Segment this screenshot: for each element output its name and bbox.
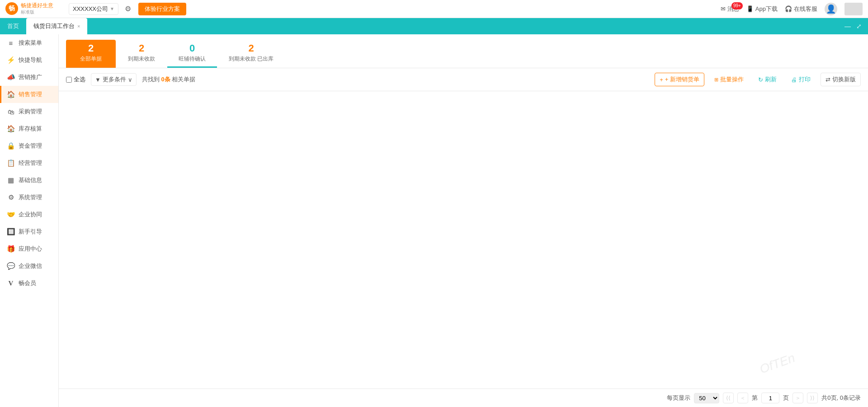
operations-icon: 📋 (7, 159, 15, 167)
header-right: ✉ 消息 99+ 📱 App下载 🎧 在线客服 👤 (721, 3, 863, 15)
next-page-button[interactable]: ＞ (793, 393, 803, 403)
user-name-area (844, 3, 863, 15)
stat-label-all: 全部单据 (80, 55, 102, 63)
print-label: 打印 (799, 75, 811, 84)
select-all-checkbox[interactable]: 全选 (66, 75, 85, 84)
add-sales-order-button[interactable]: + + 新增销货单 (655, 73, 704, 86)
sidebar-item-search-menu[interactable]: ≡ 搜索菜单 (0, 34, 58, 51)
sidebar-item-quick-nav[interactable]: ⚡ 快捷导航 (0, 51, 58, 69)
search-menu-icon: ≡ (7, 39, 15, 47)
filter-chevron-icon: ∨ (128, 76, 132, 83)
sidebar-item-marketing[interactable]: 📣 营销推广 (0, 69, 58, 86)
switch-version-button[interactable]: ⇄ 切换新版 (821, 73, 861, 86)
page-input[interactable] (761, 393, 779, 403)
logo-subtitle: 标准版 (21, 9, 53, 15)
headset-icon: 🎧 (785, 5, 792, 12)
purchase-icon: 🛍 (7, 108, 15, 116)
main-layout: ≡ 搜索菜单 ⚡ 快捷导航 📣 营销推广 🏠 销售管理 🛍 采购管理 🏠 库存核… (0, 34, 868, 407)
sidebar-label-guide: 新手引导 (19, 228, 42, 236)
filter-icon: ▼ (95, 76, 101, 83)
table-area (59, 91, 868, 388)
sidebar-label-quick-nav: 快捷导航 (19, 56, 42, 64)
select-all-input[interactable] (66, 77, 72, 83)
toolbar-right: + + 新增销货单 ⊞ 批量操作 ↻ 刷新 🖨 打印 ⇄ 切换新版 (655, 73, 861, 86)
online-service-label: 在线客服 (794, 5, 817, 13)
tab-workbench[interactable]: 钱货日清工作台 × (26, 18, 87, 34)
select-all-label: 全选 (74, 75, 85, 84)
trial-button[interactable]: 体验行业方案 (138, 3, 186, 15)
app-download-button[interactable]: 📱 App下载 (746, 5, 778, 13)
gear-icon: ⚙ (125, 5, 131, 13)
sidebar-item-purchase[interactable]: 🛍 采购管理 (0, 103, 58, 120)
per-page-select[interactable]: 50 100 200 (694, 393, 719, 403)
message-icon: ✉ (721, 5, 726, 12)
company-name: XXXXXX公司 (73, 5, 108, 13)
sidebar-label-finance: 资金管理 (19, 142, 42, 150)
sidebar-item-basic-info[interactable]: ▦ 基础信息 (0, 172, 58, 189)
vip-icon: V (7, 279, 15, 287)
settings-button[interactable]: ⚙ (121, 2, 135, 16)
toolbar: 全选 ▼ 更多条件 ∨ 共找到 0条 相关单据 + + 新增销货单 ⊞ 批量操作 (59, 68, 868, 91)
enterprise-icon: 🤝 (7, 211, 15, 219)
stat-tab-all[interactable]: 2 全部单据 (66, 40, 116, 68)
sidebar-item-sales[interactable]: 🏠 销售管理 (0, 86, 58, 103)
stat-label-pending: 旺辅待确认 (179, 55, 206, 63)
sidebar-label-sales: 销售管理 (19, 90, 42, 98)
app-center-icon: 🎁 (7, 245, 15, 253)
basic-info-icon: ▦ (7, 176, 15, 184)
sidebar-item-operations[interactable]: 📋 经营管理 (0, 154, 58, 172)
wechat-icon: 💬 (7, 262, 15, 270)
filter-label: 更多条件 (103, 75, 126, 84)
per-page-label: 每页显示 (667, 394, 690, 402)
sidebar-item-guide[interactable]: 🔲 新手引导 (0, 223, 58, 240)
chevron-down-icon: ▼ (110, 6, 114, 11)
last-page-button[interactable]: ⟩⟩ (807, 393, 818, 403)
logo-icon: 畅 (5, 2, 18, 15)
sidebar-label-operations: 经营管理 (19, 159, 42, 167)
batch-operation-button[interactable]: ⊞ 批量操作 (710, 73, 748, 86)
found-text: 共找到 0条 相关单据 (142, 75, 195, 84)
company-selector[interactable]: XXXXXX公司 ▼ (69, 3, 118, 15)
top-header: 畅 畅捷通好生意 标准版 XXXXXX公司 ▼ ⚙ 体验行业方案 ✉ 消息 99… (0, 0, 868, 18)
system-icon: ⚙ (7, 193, 15, 201)
sidebar-item-wechat[interactable]: 💬 企业微信 (0, 257, 58, 275)
stat-tab-overdue-shipped[interactable]: 2 到期未收款 已出库 (218, 40, 284, 68)
stat-tab-overdue[interactable]: 2 到期未收款 (117, 40, 166, 68)
tab-home[interactable]: 首页 (0, 18, 26, 34)
stat-number-all: 2 (88, 43, 94, 53)
add-btn-label: + 新增销货单 (665, 75, 699, 84)
tab-workbench-label: 钱货日清工作台 (33, 22, 75, 30)
sidebar-item-finance[interactable]: 🔒 资金管理 (0, 137, 58, 154)
tab-maximize-icon[interactable]: ⤢ (854, 23, 864, 30)
batch-icon: ⊞ (714, 77, 718, 83)
online-service-button[interactable]: 🎧 在线客服 (785, 5, 817, 13)
tab-home-label: 首页 (7, 22, 19, 30)
user-icon: 👤 (826, 4, 836, 14)
sidebar-item-app-center[interactable]: 🎁 应用中心 (0, 240, 58, 257)
sidebar-item-vip[interactable]: V 畅会员 (0, 275, 58, 292)
sidebar-item-inventory[interactable]: 🏠 库存核算 (0, 120, 58, 137)
sidebar-item-system[interactable]: ⚙ 系统管理 (0, 189, 58, 206)
logo-area: 畅 畅捷通好生意 标准版 (5, 2, 64, 15)
guide-icon: 🔲 (7, 228, 15, 236)
tab-minimize-icon[interactable]: — (842, 23, 854, 30)
print-icon: 🖨 (791, 76, 797, 83)
message-badge: 99+ (731, 2, 743, 9)
tab-close-icon[interactable]: × (77, 23, 80, 29)
sidebar: ≡ 搜索菜单 ⚡ 快捷导航 📣 营销推广 🏠 销售管理 🛍 采购管理 🏠 库存核… (0, 34, 59, 407)
prev-page-button[interactable]: ＜ (737, 393, 748, 403)
found-prefix: 共找到 (142, 76, 160, 83)
sidebar-item-enterprise[interactable]: 🤝 企业协同 (0, 206, 58, 223)
avatar[interactable]: 👤 (825, 3, 837, 15)
first-page-button[interactable]: ⟨⟨ (723, 393, 734, 403)
found-suffix: 相关单据 (172, 76, 195, 83)
sidebar-label-inventory: 库存核算 (19, 125, 42, 133)
page-prefix: 第 (752, 394, 758, 402)
filter-button[interactable]: ▼ 更多条件 ∨ (91, 73, 137, 86)
stat-tab-pending[interactable]: 0 旺辅待确认 (167, 40, 217, 68)
refresh-button[interactable]: ↻ 刷新 (754, 73, 781, 86)
print-button[interactable]: 🖨 打印 (787, 73, 815, 86)
logo-title: 畅捷通好生意 (21, 2, 53, 9)
sidebar-label-wechat: 企业微信 (19, 262, 42, 270)
message-button[interactable]: ✉ 消息 99+ (721, 5, 739, 13)
